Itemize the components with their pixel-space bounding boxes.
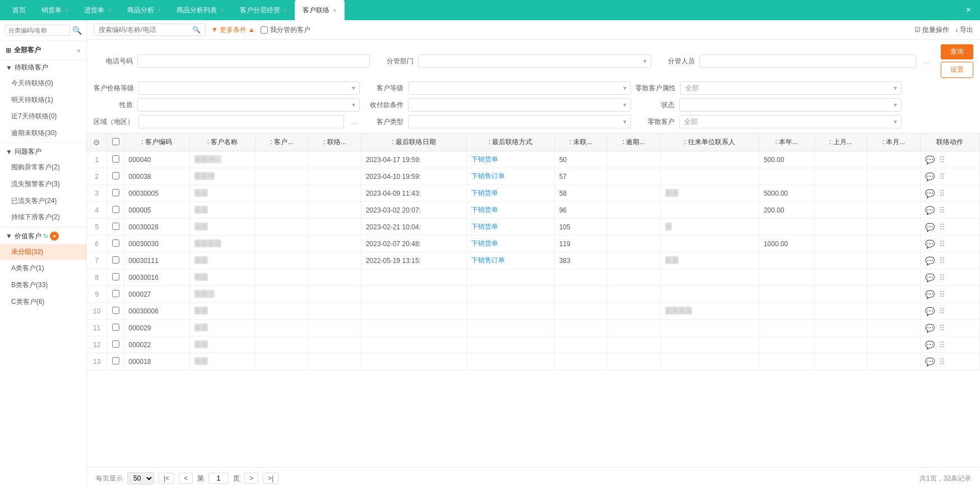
person-input[interactable] [699, 54, 916, 68]
sidebar-item-tomorrow[interactable]: 明天待联络(1) [0, 92, 86, 109]
more-action-icon[interactable]: ⠿ [939, 189, 945, 198]
message-icon[interactable]: 💬 [925, 239, 935, 248]
close-segmentation-tab[interactable]: × [284, 7, 287, 13]
row-checkbox[interactable] [112, 256, 119, 264]
page-size-select[interactable]: 50 [127, 472, 154, 485]
nav-tab-analysis[interactable]: 商品分析 × [119, 0, 169, 20]
close-analysis-tab[interactable]: × [157, 7, 161, 13]
more-action-icon[interactable]: ⠿ [939, 357, 945, 366]
export-btn[interactable]: ↓ 导出 [955, 25, 973, 35]
sidebar-item-week[interactable]: 近7天待联络(0) [0, 108, 86, 125]
more-action-icon[interactable]: ⠿ [939, 155, 945, 164]
row-checkbox[interactable] [112, 357, 119, 365]
region-input[interactable] [138, 115, 344, 128]
batch-op-btn[interactable]: ☑ 批量操作 [914, 25, 949, 35]
payment-select[interactable] [408, 98, 630, 112]
message-icon[interactable]: 💬 [925, 155, 935, 164]
row-checkbox[interactable] [112, 290, 119, 297]
person-more-btn[interactable]: … [921, 57, 932, 65]
more-action-icon[interactable]: ⠿ [939, 307, 945, 316]
status-select[interactable] [679, 98, 902, 112]
row-checkbox[interactable] [112, 324, 119, 331]
sidebar-item-overdue[interactable]: 逾期未联络(30) [0, 125, 86, 142]
sidebar-all-customers[interactable]: ⊞ 全部客户 « [0, 41, 86, 60]
sidebar-item-class-b[interactable]: B类客户(33) [0, 277, 86, 294]
message-icon[interactable]: 💬 [925, 256, 935, 265]
last-method-link[interactable]: 下销货单 [471, 155, 498, 163]
sidebar-item-declining[interactable]: 持续下滑客户(2) [0, 209, 86, 226]
reset-btn[interactable]: 设置 [941, 62, 973, 78]
gear-button[interactable]: ⚙ [93, 138, 100, 147]
message-icon[interactable]: 💬 [925, 172, 935, 181]
region-more-btn[interactable]: … [349, 118, 360, 126]
nav-tab-sales[interactable]: 销货单 × [34, 0, 76, 20]
close-all-tabs[interactable]: × [962, 5, 976, 15]
last-method-link[interactable]: 下销货单 [471, 206, 498, 214]
nav-tab-analysis-list[interactable]: 商品分析列表 × [169, 0, 231, 20]
nav-tab-contact[interactable]: 客户联络 × [295, 0, 344, 20]
message-icon[interactable]: 💬 [925, 223, 935, 232]
retail-attr-select[interactable]: 全部 [680, 81, 902, 95]
search-input[interactable] [99, 26, 192, 34]
page-input[interactable] [208, 473, 229, 484]
message-icon[interactable]: 💬 [925, 357, 935, 366]
message-icon[interactable]: 💬 [925, 324, 935, 333]
prev-page-btn[interactable]: < [179, 473, 193, 484]
sidebar-item-ungroup[interactable]: 未分组(32) [0, 244, 86, 261]
sidebar-item-churned[interactable]: 已流失客户(24) [0, 193, 86, 210]
more-action-icon[interactable]: ⠿ [939, 290, 945, 299]
select-all-checkbox[interactable] [112, 138, 119, 145]
sidebar-item-today[interactable]: 今天待联络(0) [0, 75, 86, 92]
sidebar-search-input[interactable] [4, 25, 70, 36]
row-checkbox[interactable] [112, 155, 119, 163]
last-page-btn[interactable]: >| [263, 473, 278, 484]
more-action-icon[interactable]: ⠿ [939, 223, 945, 232]
search-icon[interactable]: 🔍 [192, 26, 201, 34]
retail-select[interactable]: 全部 [679, 115, 902, 128]
more-action-icon[interactable]: ⠿ [939, 340, 945, 349]
more-action-icon[interactable]: ⠿ [939, 206, 945, 215]
nav-tab-home[interactable]: 首页 [4, 0, 34, 20]
last-method-link[interactable]: 下销售订单 [471, 256, 505, 264]
close-analysis-list-tab[interactable]: × [220, 7, 224, 13]
sidebar-item-class-a[interactable]: A类客户(1) [0, 260, 86, 277]
sidebar-section-value[interactable]: ▼ 价值客户 ↻ ● [0, 229, 86, 244]
row-checkbox[interactable] [112, 223, 119, 230]
my-customers-checkbox[interactable]: 我分管的客户 [261, 25, 310, 35]
pricegrd-select[interactable] [138, 81, 360, 95]
row-checkbox[interactable] [112, 340, 119, 348]
sidebar-search-icon[interactable]: 🔍 [72, 26, 82, 35]
phone-input[interactable] [137, 54, 370, 68]
more-action-icon[interactable]: ⠿ [939, 273, 945, 282]
query-btn[interactable]: 查询 [941, 44, 973, 59]
dept-select[interactable] [418, 54, 651, 68]
message-icon[interactable]: 💬 [925, 290, 935, 299]
message-icon[interactable]: 💬 [925, 340, 935, 349]
sidebar-item-churn-warning[interactable]: 流失预警客户(3) [0, 176, 86, 193]
first-page-btn[interactable]: |< [159, 473, 174, 484]
last-method-link[interactable]: 下销售订单 [471, 172, 505, 180]
last-method-link[interactable]: 下销货单 [471, 223, 498, 230]
nature-select[interactable] [137, 98, 360, 112]
row-checkbox[interactable] [112, 273, 119, 280]
close-sales-tab[interactable]: × [65, 7, 68, 13]
sidebar-item-class-c[interactable]: C类客户(6) [0, 294, 86, 311]
more-action-icon[interactable]: ⠿ [939, 324, 945, 333]
message-icon[interactable]: 💬 [925, 273, 935, 282]
row-checkbox[interactable] [112, 307, 119, 314]
sidebar-item-stockpile-abnormal[interactable]: 囤购异常客户(2) [0, 159, 86, 176]
last-method-link[interactable]: 下销货单 [471, 239, 498, 247]
sidebar-section-pending[interactable]: ▼ 待联络客户 [0, 60, 86, 75]
my-customers-check[interactable] [261, 26, 268, 34]
close-contact-tab[interactable]: × [333, 7, 336, 13]
refresh-icon[interactable]: ↻ [43, 233, 48, 240]
row-checkbox[interactable] [112, 206, 119, 213]
sidebar-collapse-btn[interactable]: « [77, 47, 81, 54]
type-select[interactable] [408, 115, 630, 128]
more-action-icon[interactable]: ⠿ [939, 256, 945, 265]
close-purchase-tab[interactable]: × [108, 7, 111, 13]
more-filters-btn[interactable]: ▼ 更多条件 ▲ [211, 25, 255, 35]
last-method-link[interactable]: 下销货单 [471, 189, 498, 197]
more-action-icon[interactable]: ⠿ [939, 239, 945, 248]
message-icon[interactable]: 💬 [925, 189, 935, 198]
